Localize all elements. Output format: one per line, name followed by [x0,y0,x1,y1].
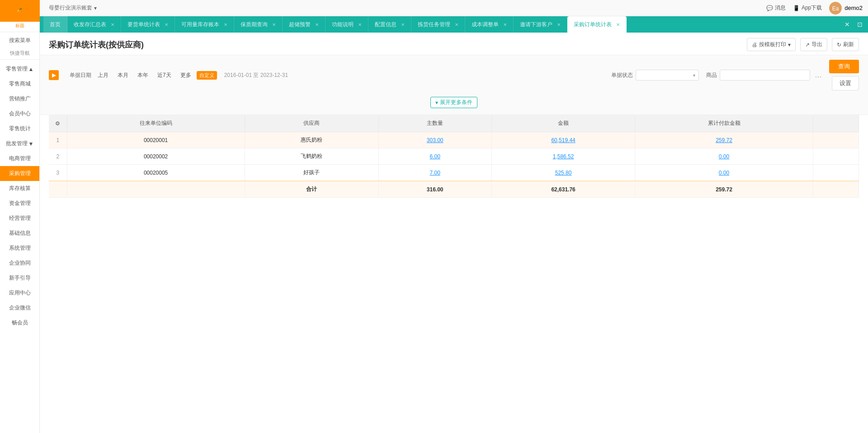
tab-receipt-summary[interactable]: 收发存汇总表 ✕ [67,16,121,33]
close-icon[interactable]: ✕ [165,22,168,27]
sidebar-item-member[interactable]: 会员中心 [0,106,39,121]
query-button[interactable]: 查询 [829,60,859,73]
tab-picking-task[interactable]: 拣货任务管理 ✕ [411,16,465,33]
footer-amount: 62,631.76 [491,181,635,198]
tab-invite-downstream[interactable]: 邀请下游客户 ✕ [514,16,567,33]
sidebar-item-membership[interactable]: 畅会员 [0,315,39,330]
sidebar-item-enterprise[interactable]: 企业协同 [0,256,39,271]
main-area: 母婴行业演示账套 ▾ 💬 消息 📱 App下载 Ea demo2 首页 收发存汇… [40,0,868,433]
settings-icon: ⚙ [55,120,60,127]
company-dropdown[interactable]: 母婴行业演示账套 ▾ [45,4,100,12]
company-name: 母婴行业演示账套 [49,4,92,12]
tab-feature-desc[interactable]: 功能说明 ✕ [326,16,368,33]
qty-value[interactable]: 303.00 [378,132,491,148]
qty-value[interactable]: 6.00 [378,148,491,165]
col-settings[interactable]: ⚙ [49,115,67,132]
message-btn[interactable]: 💬 消息 [766,4,786,12]
goods-input[interactable] [720,70,810,81]
sidebar-item-operations[interactable]: 经营管理 [0,211,39,226]
tab-home[interactable]: 首页 [43,16,67,33]
tab-expiry-query[interactable]: 保质期查询 ✕ [234,16,283,33]
avatar: Ea [829,2,842,14]
settings-button[interactable]: 设置 [832,76,859,90]
restore-window-btn[interactable]: ⊡ [855,19,864,30]
export-button[interactable]: ↗ 导出 [800,38,827,51]
sidebar-item-inventory[interactable]: 库存核算 [0,181,39,196]
sidebar-item-purchase[interactable]: 采购管理 [0,166,39,181]
date-btn-this-month[interactable]: 本月 [114,70,132,81]
chevron-down-icon: ▾ [435,100,438,106]
data-table: ⚙ 往来单位编码 供应商 主数量 金额 累计付款金额 1 00020001 惠氏… [49,115,859,198]
print-button[interactable]: 🖨 按模板打印 ▾ [747,38,796,51]
tab-cost-adjust[interactable]: 成本调整单 ✕ [465,16,514,33]
tab-purchase-order-stats[interactable]: 采购订单统计表 ✕ [567,16,627,33]
unit-code: 00020001 [67,132,245,148]
sidebar-item-marketing[interactable]: 营销推广 [0,91,39,106]
close-icon[interactable]: ✕ [616,22,620,27]
status-select[interactable] [636,70,699,81]
expand-more-btn[interactable]: ▾ 展开更多条件 [430,97,477,108]
sidebar-item-system[interactable]: 系统管理 [0,241,39,256]
tab-requisition-stats[interactable]: 要货单统计表 ✕ [121,16,175,33]
date-btn-more[interactable]: 更多 [177,70,195,81]
page-header: 采购订单统计表(按供应商) 🖨 按模板打印 ▾ ↗ 导出 ↻ 刷新 [40,33,868,55]
sidebar-item-retail-mgmt[interactable]: 零售管理▲ [0,62,39,76]
close-icon[interactable]: ✕ [401,22,405,27]
tab-overstock-warning[interactable]: 超储预警 ✕ [283,16,326,33]
date-btn-custom[interactable]: 自定义 [197,71,217,80]
close-window-btn[interactable]: ✕ [843,19,852,30]
col-empty [813,115,859,132]
unit-code: 00020005 [67,165,245,181]
export-icon: ↗ [805,42,810,48]
close-icon[interactable]: ✕ [224,22,227,27]
close-icon[interactable]: ✕ [272,22,276,27]
status-filter: 单据状态 [611,70,699,81]
search-menu[interactable]: 搜索菜单 [0,32,39,47]
sidebar-item-basic-info[interactable]: 基础信息 [0,226,39,241]
tabbar-controls: ✕ ⊡ [843,19,864,30]
footer-empty2 [813,181,859,198]
close-icon[interactable]: ✕ [111,22,114,27]
amount-value[interactable]: 1,586.52 [491,148,635,165]
collapse-filter-btn[interactable]: ▶ [49,70,59,80]
sidebar-item-newbie[interactable]: 新手引导 [0,271,39,285]
col-amount: 金额 [491,115,635,132]
table-row: 2 00020002 飞鹤奶粉 6.00 1,586.52 0.00 [49,148,859,165]
amount-value[interactable]: 60,519.44 [491,132,635,148]
close-icon[interactable]: ✕ [358,22,362,27]
sidebar-item-retail-stats[interactable]: 零售统计 [0,121,39,136]
chevron-up-icon: ▲ [28,66,34,72]
close-icon[interactable]: ✕ [455,22,458,27]
sidebar-item-retail-shop[interactable]: 零售商城 [0,76,39,91]
sidebar-item-ecommerce[interactable]: 电商管理 [0,151,39,166]
table-footer: 合计 316.00 62,631.76 259.72 [49,181,859,198]
paid-value[interactable]: 0.00 [635,148,813,165]
tab-available-stock[interactable]: 可用量库存账本 ✕ [175,16,234,33]
amount-value[interactable]: 525.80 [491,165,635,181]
qty-value[interactable]: 7.00 [378,165,491,181]
close-icon[interactable]: ✕ [315,22,319,27]
phone-icon: 📱 [793,5,800,11]
paid-value[interactable]: 0.00 [635,165,813,181]
sidebar-item-wechat[interactable]: 企业微信 [0,300,39,315]
date-btn-last-7days[interactable]: 近7天 [154,70,175,81]
tab-config[interactable]: 配置信息 ✕ [368,16,411,33]
footer-qty: 316.00 [378,181,491,198]
sidebar-item-finance[interactable]: 资金管理 [0,196,39,211]
dropdown-arrow-icon: ▾ [788,42,791,48]
user-menu[interactable]: Ea demo2 [829,2,863,14]
sidebar-item-app-center[interactable]: 应用中心 [0,285,39,300]
more-options-btn[interactable]: … [815,71,822,79]
row-index: 3 [49,165,67,181]
empty-cell [813,165,859,181]
date-btn-last-month[interactable]: 上月 [94,70,112,81]
refresh-button[interactable]: ↻ 刷新 [832,38,859,51]
chevron-down-icon: ▼ [28,141,34,147]
close-icon[interactable]: ✕ [557,22,561,27]
paid-value[interactable]: 259.72 [635,132,813,148]
row-index: 2 [49,148,67,165]
app-download-btn[interactable]: 📱 App下载 [793,4,822,12]
close-icon[interactable]: ✕ [503,22,507,27]
date-btn-this-year[interactable]: 本年 [134,70,152,81]
sidebar-item-wholesale[interactable]: 批发管理▼ [0,136,39,151]
